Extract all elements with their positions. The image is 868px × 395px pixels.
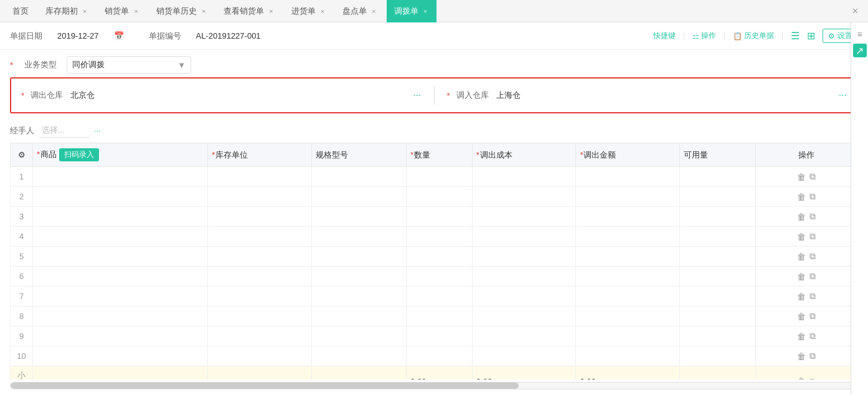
row-4-spec[interactable]	[311, 227, 406, 247]
row-6-product[interactable]	[33, 267, 208, 287]
handler-more[interactable]: ···	[94, 126, 101, 135]
tab-close-purchase-order[interactable]: ×	[319, 7, 326, 16]
history-link[interactable]: 📋 历史单据	[733, 31, 774, 41]
row-9-copy-icon[interactable]: ⧉	[809, 331, 816, 341]
row-1-spec[interactable]	[311, 167, 406, 187]
row-10-product[interactable]	[33, 346, 208, 366]
tab-close-sales-order[interactable]: ×	[133, 7, 139, 16]
row-5-copy-icon[interactable]: ⧉	[809, 251, 816, 262]
th-gear[interactable]: ⚙	[11, 143, 33, 167]
row-6-amount[interactable]	[576, 267, 680, 287]
row-4-unit[interactable]	[208, 227, 312, 247]
row-5-product[interactable]	[33, 247, 208, 267]
row-3-cost[interactable]	[472, 207, 576, 227]
row-8-unit[interactable]	[208, 307, 312, 326]
row-10-cost[interactable]	[472, 346, 576, 366]
row-8-product[interactable]	[33, 307, 208, 326]
row-8-amount[interactable]	[576, 307, 680, 326]
row-9-cost[interactable]	[472, 326, 576, 346]
row-4-product[interactable]	[33, 227, 208, 247]
tab-inventory-init[interactable]: 库存期初 ×	[38, 0, 96, 22]
row-3-delete-icon[interactable]: 🗑	[797, 212, 806, 222]
row-9-quantity[interactable]	[407, 326, 473, 346]
row-2-cost[interactable]	[472, 187, 576, 207]
row-8-delete-icon[interactable]: 🗑	[797, 312, 806, 321]
row-6-cost[interactable]	[472, 267, 576, 287]
row-7-amount[interactable]	[576, 287, 680, 307]
row-6-delete-icon[interactable]: 🗑	[797, 272, 806, 282]
row-8-spec[interactable]	[311, 307, 406, 326]
row-10-unit[interactable]	[208, 346, 312, 366]
row-7-spec[interactable]	[311, 287, 406, 307]
row-10-amount[interactable]	[576, 346, 680, 366]
row-4-copy-icon[interactable]: ⧉	[809, 231, 816, 242]
window-close-button[interactable]: ×	[847, 3, 863, 19]
tab-close-stocktake[interactable]: ×	[370, 7, 377, 16]
tab-stocktake[interactable]: 盘点单 ×	[335, 0, 385, 22]
row-9-product[interactable]	[33, 326, 208, 346]
in-warehouse-more[interactable]: ···	[839, 90, 847, 101]
row-10-spec[interactable]	[311, 346, 406, 366]
row-7-unit[interactable]	[208, 287, 312, 307]
row-1-copy-icon[interactable]: ⧉	[809, 171, 816, 182]
tab-close-view-sales[interactable]: ×	[268, 7, 274, 16]
row-8-copy-icon[interactable]: ⧉	[809, 311, 816, 321]
tab-transfer[interactable]: 调拨单 ×	[387, 0, 436, 22]
view-toggle-grid[interactable]: ⊞	[807, 30, 815, 42]
sidebar-export-icon[interactable]: ↗	[853, 44, 867, 57]
row-6-spec[interactable]	[311, 267, 406, 287]
row-5-amount[interactable]	[576, 247, 680, 267]
row-7-copy-icon[interactable]: ⧉	[809, 291, 816, 302]
scan-button[interactable]: 扫码录入	[59, 148, 99, 161]
subtotal-copy-icon[interactable]: ⧉	[809, 376, 816, 380]
tab-close-inventory-init[interactable]: ×	[82, 7, 88, 16]
row-6-quantity[interactable]	[407, 267, 473, 287]
row-1-delete-icon[interactable]: 🗑	[797, 172, 806, 182]
row-5-quantity[interactable]	[407, 247, 473, 267]
row-2-unit[interactable]	[208, 187, 312, 207]
row-7-cost[interactable]	[472, 287, 576, 307]
business-type-select[interactable]: 同价调拨 ▼	[67, 56, 191, 74]
operations-link[interactable]: ⚏ 操作	[692, 31, 716, 41]
row-3-amount[interactable]	[576, 207, 680, 227]
calendar-icon[interactable]: 📅	[114, 31, 124, 40]
view-toggle-list[interactable]: ☰	[791, 30, 800, 42]
row-1-amount[interactable]	[576, 167, 680, 187]
horizontal-scrollbar[interactable]	[10, 382, 858, 389]
row-10-delete-icon[interactable]: 🗑	[797, 351, 806, 361]
row-7-quantity[interactable]	[407, 287, 473, 307]
tab-close-sales-history[interactable]: ×	[200, 7, 207, 16]
row-9-amount[interactable]	[576, 326, 680, 346]
row-6-unit[interactable]	[208, 267, 312, 287]
out-warehouse-more[interactable]: ···	[413, 90, 421, 101]
row-3-quantity[interactable]	[407, 207, 473, 227]
row-1-cost[interactable]	[472, 167, 576, 187]
subtotal-delete-icon[interactable]: 🗑	[797, 376, 806, 379]
row-3-copy-icon[interactable]: ⧉	[809, 211, 816, 222]
row-2-quantity[interactable]	[407, 187, 473, 207]
row-7-delete-icon[interactable]: 🗑	[797, 292, 806, 302]
gear-icon[interactable]: ⚙	[18, 150, 26, 159]
row-5-unit[interactable]	[208, 247, 312, 267]
row-2-amount[interactable]	[576, 187, 680, 207]
row-6-copy-icon[interactable]: ⧉	[809, 271, 816, 282]
row-10-quantity[interactable]	[407, 346, 473, 366]
row-2-delete-icon[interactable]: 🗑	[797, 192, 806, 202]
row-5-spec[interactable]	[311, 247, 406, 267]
row-2-product[interactable]	[33, 187, 208, 207]
row-10-copy-icon[interactable]: ⧉	[809, 351, 816, 361]
row-5-cost[interactable]	[472, 247, 576, 267]
row-4-delete-icon[interactable]: 🗑	[797, 232, 806, 242]
row-4-quantity[interactable]	[407, 227, 473, 247]
tab-purchase-order[interactable]: 进货单 ×	[284, 0, 334, 22]
handler-input[interactable]: 选择...	[39, 123, 89, 138]
row-5-delete-icon[interactable]: 🗑	[797, 252, 806, 262]
row-1-product[interactable]	[33, 167, 208, 187]
row-1-quantity[interactable]	[407, 167, 473, 187]
row-4-cost[interactable]	[472, 227, 576, 247]
row-4-amount[interactable]	[576, 227, 680, 247]
tab-sales-history[interactable]: 销货单历史 ×	[149, 0, 215, 22]
row-9-delete-icon[interactable]: 🗑	[797, 331, 806, 341]
tab-close-transfer[interactable]: ×	[422, 7, 428, 16]
row-2-spec[interactable]	[311, 187, 406, 207]
